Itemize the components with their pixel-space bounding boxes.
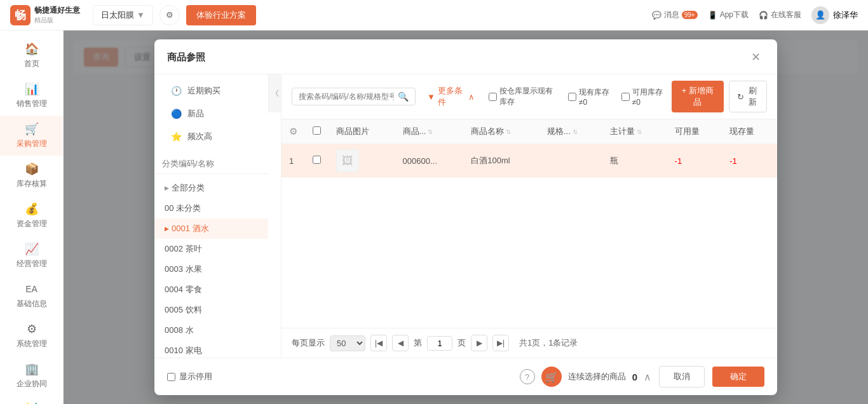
col-settings-icon[interactable]: ⚙ [289, 126, 297, 137]
product-search-input[interactable] [299, 92, 394, 101]
settings-button[interactable]: ⚙ [159, 5, 180, 25]
th-current: 现存量 [722, 119, 777, 144]
sidebar: 🏠 首页 📊 销售管理 🛒 采购管理 📦 库存核算 💰 资金管理 📈 经营管理 … [0, 30, 64, 404]
message-btn[interactable]: 💬 消息 99+ [652, 10, 698, 20]
checkbox-current-stock[interactable]: 现有库存≠0 [568, 87, 613, 107]
cell-checkbox [305, 144, 329, 178]
cat-0002[interactable]: 0002 茶叶 [154, 239, 268, 259]
sort-unit-icon[interactable]: ⇅ [637, 128, 642, 135]
sidebar-item-guide[interactable]: 🔰 新手引导 [0, 396, 63, 404]
filter-checkboxes: 按仓库显示现有库存 现有库存≠0 可用库存≠0 [489, 86, 666, 107]
cell-available: -1 [667, 144, 722, 178]
sales-icon: 📊 [25, 82, 39, 96]
sidebar-item-home[interactable]: 🏠 首页 [0, 36, 63, 76]
add-product-btn[interactable]: + 新增商品 [672, 81, 723, 112]
product-dialog: 商品参照 ✕ 🕐 近期购买 [154, 39, 777, 395]
prev-page-btn[interactable]: ◀ [392, 335, 409, 351]
cat-0008[interactable]: 0008 水 [154, 320, 268, 340]
new-icon: 🔵 [170, 107, 182, 120]
refresh-btn[interactable]: ↻ 刷新 [729, 81, 767, 112]
sidebar-item-system[interactable]: ⚙ 系统管理 [0, 316, 63, 356]
cart-collapse-icon[interactable]: ∧ [644, 371, 651, 383]
user-area[interactable]: 👤 徐泽华 [811, 6, 858, 24]
operations-icon: 📈 [25, 242, 39, 256]
trial-btn[interactable]: 体验行业方案 [186, 5, 256, 25]
sidebar-label-basic: 基础信息 [17, 299, 47, 309]
product-search-wrap: 🔍 [292, 88, 416, 105]
cell-name: 白酒100ml [463, 144, 539, 178]
recent-label: 近期购买 [187, 85, 220, 97]
dialog-close-btn[interactable]: ✕ [747, 48, 764, 66]
cat-0003[interactable]: 0003 水果 [154, 259, 268, 279]
sort-name-icon[interactable]: ⇅ [506, 128, 511, 135]
cat-0003-label: 0003 水果 [165, 264, 202, 275]
cancel-btn[interactable]: 取消 [659, 366, 705, 387]
sidebar-item-inventory[interactable]: 📦 库存核算 [0, 156, 63, 196]
row-checkbox[interactable] [313, 156, 321, 164]
first-page-btn[interactable]: |◀ [370, 335, 387, 351]
toolbar-actions: + 新增商品 ↻ 刷新 [672, 81, 767, 112]
filter-btn[interactable]: ▼ 更多条件 ∧ [422, 82, 480, 111]
select-all-checkbox[interactable] [313, 126, 321, 135]
recent-icon: 🕐 [170, 84, 182, 97]
dialog-right-panel: 🔍 ▼ 更多条件 ∧ 按仓库显示现有库存 [281, 74, 777, 358]
cat-0004[interactable]: 0004 零食 [154, 279, 268, 300]
next-page-btn[interactable]: ▶ [471, 335, 487, 351]
table-body: 1 🖼 000600... 白酒100ml [281, 144, 777, 178]
product-table: ⚙ 商品图片 商品... [281, 119, 777, 178]
frequent-icon: ⭐ [170, 130, 182, 143]
cat-0004-label: 0004 零食 [165, 284, 202, 295]
nav-selector[interactable]: 日太阳膜 ▼ [93, 5, 153, 25]
frequent-label: 频次高 [187, 131, 212, 142]
collapse-icon: 《 [271, 88, 279, 99]
sidebar-label-finance: 资金管理 [17, 219, 47, 229]
cat-00[interactable]: 00 未分类 [154, 198, 268, 219]
cat-0001[interactable]: ▶ 0001 酒水 [154, 219, 268, 239]
checkbox-available-stock[interactable]: 可用库存≠0 [621, 87, 666, 107]
show-disabled-checkbox[interactable]: 显示停用 [167, 371, 212, 382]
logo-icon: 畅 [10, 5, 31, 25]
page-size-label: 每页显示 [292, 337, 325, 349]
sidebar-item-finance[interactable]: 💰 资金管理 [0, 196, 63, 236]
dialog-overlay: 商品参照 ✕ 🕐 近期购买 [64, 30, 868, 404]
new-product-item[interactable]: 🔵 新品 [162, 102, 261, 125]
filter-up-icon: ∧ [468, 92, 475, 102]
home-icon: 🏠 [25, 42, 39, 56]
sidebar-item-operations[interactable]: 📈 经营管理 [0, 236, 63, 276]
sidebar-item-purchase[interactable]: 🛒 采购管理 [0, 116, 63, 156]
sort-spec-icon[interactable]: ⇅ [573, 128, 578, 135]
page-input[interactable] [427, 336, 452, 351]
sort-code-icon[interactable]: ⇅ [428, 128, 433, 135]
sidebar-label-purchase: 采购管理 [17, 138, 47, 149]
confirm-btn[interactable]: 确定 [712, 367, 764, 387]
last-page-btn[interactable]: ▶| [492, 335, 509, 351]
cell-no: 1 [281, 144, 305, 178]
sidebar-label-inventory: 库存核算 [17, 178, 47, 189]
cat-all[interactable]: ▶ 全部分类 [154, 178, 268, 198]
logo-area: 畅 畅捷通好生意 精品版 [10, 5, 80, 25]
page-size-select[interactable]: 50 10 20 100 [330, 335, 365, 351]
online-service-btn[interactable]: 🎧 在线客服 [759, 10, 801, 20]
frequent-item[interactable]: ⭐ 频次高 [162, 125, 261, 148]
th-available: 可用量 [667, 119, 722, 144]
collapse-panel-btn[interactable]: 《 [268, 74, 281, 112]
finance-icon: 💰 [25, 202, 39, 216]
sidebar-item-basic[interactable]: EA 基础信息 [0, 276, 63, 316]
recent-purchase-item[interactable]: 🕐 近期购买 [162, 79, 261, 102]
cat-0005[interactable]: 0005 饮料 [154, 300, 268, 320]
checkbox-warehouse[interactable]: 按仓库显示现有库存 [489, 86, 559, 107]
category-search-input[interactable] [162, 159, 268, 168]
left-content: 🕐 近期购买 🔵 新品 ⭐ 频次高 [154, 74, 268, 358]
sidebar-item-enterprise[interactable]: 🏢 企业协同 [0, 356, 63, 396]
sidebar-item-sales[interactable]: 📊 销售管理 [0, 76, 63, 116]
product-table-wrap: ⚙ 商品图片 商品... [281, 119, 777, 328]
footer-cart-area: ? 🛒 连续选择的商品 0 ∧ [520, 367, 651, 387]
app-download-btn[interactable]: 📱 App下载 [708, 10, 749, 20]
product-search-icon[interactable]: 🔍 [398, 91, 409, 102]
help-icon-btn[interactable]: ? [520, 369, 535, 384]
cell-unit: 瓶 [602, 144, 667, 178]
cat-0010[interactable]: 0010 家电 [154, 340, 268, 358]
left-panel-inner: 🕐 近期购买 🔵 新品 ⭐ 频次高 [154, 74, 281, 358]
dialog-left-panel: 🕐 近期购买 🔵 新品 ⭐ 频次高 [154, 74, 281, 358]
table-row[interactable]: 1 🖼 000600... 白酒100ml [281, 144, 777, 178]
